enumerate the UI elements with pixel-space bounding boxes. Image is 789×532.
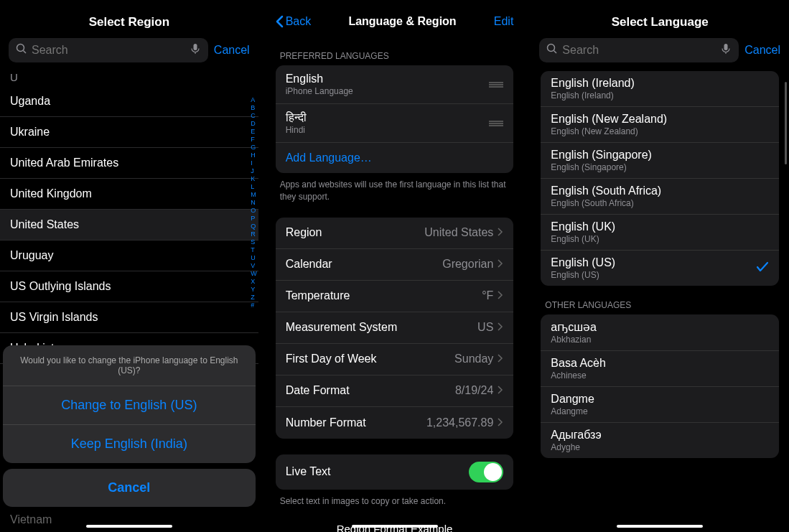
measurement-row[interactable]: Measurement System US <box>276 312 514 344</box>
search-icon <box>546 43 558 57</box>
svg-rect-2 <box>193 44 197 50</box>
action-sheet: Would you like to change the iPhone lang… <box>3 345 256 507</box>
home-indicator[interactable] <box>352 525 438 528</box>
region-screen: Select Region Cancel U Uganda Ukraine Un… <box>0 0 258 532</box>
search-input[interactable] <box>32 44 185 57</box>
list-item[interactable]: English (UK) English (UK) <box>541 215 779 251</box>
live-text-toggle[interactable] <box>469 462 503 482</box>
nav-bar: Back Language & Region Edit <box>266 6 524 37</box>
chevron-right-icon <box>498 353 503 365</box>
list-item[interactable]: Uganda <box>0 86 258 117</box>
reorder-handle-icon[interactable] <box>489 78 503 91</box>
section-footer: Select text in images to copy or take ac… <box>266 490 524 513</box>
alphabet-index[interactable]: A B C D E F G H I J K L M N O P Q R S T … <box>251 96 257 309</box>
list-item[interactable]: English (Ireland) English (Ireland) <box>541 71 779 107</box>
svg-line-1 <box>24 51 27 54</box>
calendar-row[interactable]: Calendar Gregorian <box>276 249 514 281</box>
section-header: U <box>0 68 258 86</box>
select-language-screen: Select Language Cancel English (Ireland)… <box>531 0 789 532</box>
home-indicator[interactable] <box>617 525 703 528</box>
date-format-row[interactable]: Date Format 8/19/24 <box>276 375 514 407</box>
language-list: English (Ireland) English (Ireland) Engl… <box>541 71 779 286</box>
list-item[interactable]: English (New Zealand) English (New Zeala… <box>541 107 779 143</box>
mic-icon[interactable] <box>720 43 732 57</box>
other-languages-list: аҧсшәа Abkhazian Basa Acèh Achinese Dang… <box>541 314 779 458</box>
live-text-row: Live Text <box>276 454 514 490</box>
list-item[interactable]: US Outlying Islands <box>0 271 258 302</box>
region-settings-group: Region United States Calendar Gregorian … <box>276 218 514 439</box>
scrollbar[interactable] <box>785 82 787 164</box>
edit-button[interactable]: Edit <box>494 15 514 28</box>
sheet-prompt: Would you like to change the iPhone lang… <box>3 345 256 386</box>
svg-line-11 <box>554 51 557 54</box>
list-item[interactable]: аҧсшәа Abkhazian <box>541 314 779 351</box>
section-footer: Apps and websites will use the first lan… <box>266 173 524 209</box>
language-name: हिन्दी <box>286 111 490 124</box>
region-list[interactable]: U Uganda Ukraine United Arab Emirates Un… <box>0 68 258 364</box>
search-input[interactable] <box>562 44 716 57</box>
search-field[interactable] <box>539 38 739 62</box>
chevron-right-icon <box>498 258 503 271</box>
keep-language-button[interactable]: Keep English (India) <box>3 425 256 463</box>
page-title: Select Language <box>531 6 789 38</box>
list-item[interactable]: English (South Africa) English (South Af… <box>541 179 779 215</box>
list-item[interactable]: Uruguay <box>0 241 258 271</box>
preferred-languages-group: English iPhone Language हिन्दी Hindi Add… <box>276 65 514 173</box>
cancel-button[interactable]: Cancel <box>744 44 780 57</box>
mic-icon[interactable] <box>190 43 201 57</box>
list-item[interactable]: English (Singapore) English (Singapore) <box>541 143 779 179</box>
search-bar: Cancel <box>0 38 258 68</box>
list-item[interactable]: English (US) English (US) <box>541 251 779 286</box>
chevron-right-icon <box>498 321 503 334</box>
back-button[interactable]: Back <box>276 15 312 28</box>
chevron-right-icon <box>498 289 503 302</box>
section-header: Preferred Languages <box>266 37 524 65</box>
page-title: Language & Region <box>348 15 456 28</box>
reorder-handle-icon[interactable] <box>489 117 503 130</box>
search-field[interactable] <box>9 38 208 62</box>
language-row[interactable]: English iPhone Language <box>276 65 514 104</box>
change-language-button[interactable]: Change to English (US) <box>3 386 256 425</box>
home-indicator[interactable] <box>86 525 172 528</box>
temperature-row[interactable]: Temperature °F <box>276 281 514 312</box>
language-name: English <box>286 73 490 85</box>
chevron-right-icon <box>498 416 503 429</box>
chevron-right-icon <box>498 226 503 239</box>
back-label: Back <box>286 15 312 28</box>
number-format-row[interactable]: Number Format 1,234,567.89 <box>276 407 514 439</box>
list-item: Vietnam <box>10 513 52 526</box>
list-item[interactable]: Ukraine <box>0 117 258 148</box>
add-language-button[interactable]: Add Language… <box>276 143 514 173</box>
list-item[interactable]: United States <box>0 210 258 241</box>
list-item[interactable]: US Virgin Islands <box>0 302 258 333</box>
language-region-screen: Back Language & Region Edit Preferred La… <box>266 0 524 532</box>
language-row[interactable]: हिन्दी Hindi <box>276 104 514 143</box>
language-sub: Hindi <box>286 125 490 135</box>
cancel-button[interactable]: Cancel <box>214 44 250 57</box>
section-header: Other Languages <box>531 286 789 314</box>
checkmark-icon <box>756 261 769 276</box>
language-sub: iPhone Language <box>286 86 490 96</box>
region-format-example-label: Region Format Example <box>266 513 524 532</box>
list-item[interactable]: Адыгабзэ Adyghe <box>541 423 779 458</box>
page-title: Select Region <box>0 6 258 38</box>
region-row[interactable]: Region United States <box>276 218 514 249</box>
chevron-right-icon <box>498 384 503 397</box>
svg-point-0 <box>17 45 24 52</box>
list-item[interactable]: Basa Acèh Achinese <box>541 351 779 387</box>
cancel-button[interactable]: Cancel <box>3 469 256 507</box>
list-item[interactable]: Dangme Adangme <box>541 387 779 423</box>
list-item[interactable]: United Arab Emirates <box>0 148 258 179</box>
live-text-group: Live Text <box>276 454 514 490</box>
list-item[interactable]: United Kingdom <box>0 179 258 210</box>
search-icon <box>16 43 27 57</box>
svg-rect-12 <box>724 44 728 50</box>
first-day-row[interactable]: First Day of Week Sunday <box>276 344 514 375</box>
search-bar: Cancel <box>531 38 789 68</box>
svg-point-10 <box>548 45 555 52</box>
